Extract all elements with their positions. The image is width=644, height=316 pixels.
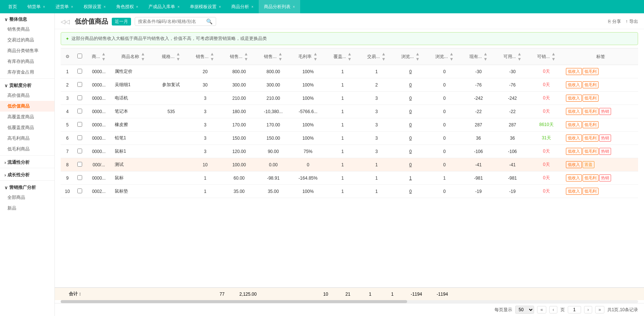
share-button[interactable]: ⎘ 分享 xyxy=(608,18,621,25)
time-filter-tag[interactable]: 近一月 xyxy=(112,18,131,26)
row-checkbox[interactable] xyxy=(77,95,82,100)
trade-column-header[interactable]: 交易...▲▼ xyxy=(359,48,393,65)
sidebar-group-growth[interactable]: › 成长性分析 xyxy=(0,169,54,180)
sales-qty-column-header[interactable]: 销售...▲▼ xyxy=(188,48,222,65)
sidebar-group-flow[interactable]: › 流通性分析 xyxy=(0,156,54,167)
row-trade: 3 xyxy=(359,132,393,145)
browse2-column-header[interactable]: 浏览...▲▼ xyxy=(427,48,462,65)
export-button[interactable]: ↑ 导出 xyxy=(625,18,638,25)
row-browse1[interactable]: 0 xyxy=(393,185,427,198)
row-checkbox-cell[interactable] xyxy=(74,118,85,132)
first-page-button[interactable]: « xyxy=(537,306,546,313)
row-checkbox-cell[interactable] xyxy=(74,158,85,171)
current-stock-column-header[interactable]: 现有...▲▼ xyxy=(462,48,496,65)
sidebar-item-low-coverage[interactable]: 低覆盖度商品 xyxy=(0,122,54,133)
sidebar-group-overall[interactable]: ∨ 整体信息 xyxy=(0,13,54,24)
row-browse1[interactable]: 0 xyxy=(393,145,427,158)
search-input[interactable] xyxy=(138,19,205,24)
row-available: -41 xyxy=(496,158,530,171)
row-browse1[interactable]: 0 xyxy=(393,92,427,105)
sidebar-item-all-products[interactable]: 全部商品 xyxy=(0,192,54,203)
row-browse1[interactable]: 1 xyxy=(393,171,427,185)
close-icon[interactable]: × xyxy=(104,5,106,9)
close-icon[interactable]: × xyxy=(71,5,73,9)
sidebar-group-contribution[interactable]: ∨ 贡献度分析 xyxy=(0,79,54,90)
row-checkbox[interactable] xyxy=(77,135,82,140)
row-checkbox[interactable] xyxy=(77,188,82,193)
row-checkbox-cell[interactable] xyxy=(74,185,85,198)
sidebar-item-inventory-funds[interactable]: 库存资金占用 xyxy=(0,67,54,78)
close-icon[interactable]: × xyxy=(177,5,180,9)
collapse-sidebar-icon[interactable]: ◁◁ xyxy=(61,18,70,25)
row-browse1[interactable]: 0 xyxy=(393,78,427,92)
sidebar-item-low-gross[interactable]: 低毛利商品 xyxy=(0,144,54,154)
row-checkbox-cell[interactable] xyxy=(74,145,85,158)
spec-column-header[interactable]: 规格...▲▼ xyxy=(154,48,188,65)
available-column-header[interactable]: 可用...▲▼ xyxy=(496,48,530,65)
sidebar-item-stocked-products[interactable]: 有库存的商品 xyxy=(0,56,54,67)
sidebar-item-high-gross[interactable]: 高毛利商品 xyxy=(0,133,54,144)
sidebar-item-high-value[interactable]: 高价值商品 xyxy=(0,90,54,101)
row-gross-rate: 100% xyxy=(291,65,326,78)
row-checkbox-cell[interactable] xyxy=(74,78,85,92)
settings-icon[interactable]: ⚙ xyxy=(66,54,70,59)
settings-column-header[interactable]: ⚙ xyxy=(61,48,74,65)
sales-price-column-header[interactable]: 销售...▲▼ xyxy=(222,48,256,65)
sidebar-item-low-value[interactable]: 低价值商品 xyxy=(0,101,54,112)
row-browse1[interactable]: 0 xyxy=(393,105,427,118)
nav-role-auth[interactable]: 角色授权 × xyxy=(111,0,144,13)
browse1-column-header[interactable]: 浏览...▲▼ xyxy=(393,48,427,65)
sidebar-item-traded-products[interactable]: 交易过的商品 xyxy=(0,35,54,45)
row-checkbox[interactable] xyxy=(77,109,82,113)
sidebar-item-sales-products[interactable]: 销售类商品 xyxy=(0,24,54,35)
row-checkbox-cell[interactable] xyxy=(74,65,85,78)
prev-page-button[interactable]: ‹ xyxy=(549,306,557,313)
row-checkbox-cell[interactable] xyxy=(74,132,85,145)
nav-permission-settings[interactable]: 权限设置 × xyxy=(78,0,111,13)
row-checkbox[interactable] xyxy=(77,162,82,167)
coverage-column-header[interactable]: 覆盖...▲▼ xyxy=(326,48,360,65)
row-browse1[interactable]: 0 xyxy=(393,158,427,171)
checkbox-column-header[interactable] xyxy=(74,48,85,65)
close-icon[interactable]: × xyxy=(43,5,45,9)
code-column-header[interactable]: 商...▲▼ xyxy=(85,48,113,65)
close-icon[interactable]: × xyxy=(293,5,295,9)
row-checkbox[interactable] xyxy=(77,69,82,74)
gross-rate-column-header[interactable]: 毛利率▲▼ xyxy=(291,48,326,65)
row-checkbox[interactable] xyxy=(77,82,82,87)
sidebar-item-category-sales[interactable]: 商品分类销售率 xyxy=(0,45,54,56)
nav-product-analysis-list[interactable]: 商品分析列表 × xyxy=(259,0,300,13)
nav-purchase-order[interactable]: 进货单 × xyxy=(50,0,78,13)
row-browse1[interactable]: 0 xyxy=(393,118,427,132)
close-icon[interactable]: × xyxy=(219,5,221,9)
close-icon[interactable]: × xyxy=(251,5,254,9)
saleable-column-header[interactable]: 可销...▲▼ xyxy=(529,48,563,65)
row-checkbox[interactable] xyxy=(77,175,82,180)
row-checkbox-cell[interactable] xyxy=(74,92,85,105)
page-number-input[interactable] xyxy=(568,306,581,313)
horizontal-scrollbar[interactable] xyxy=(61,300,638,303)
next-page-button[interactable]: › xyxy=(584,306,592,313)
nav-template-settings[interactable]: 单据模板设置 × xyxy=(185,0,226,13)
row-checkbox-cell[interactable] xyxy=(74,105,85,118)
select-all-checkbox[interactable] xyxy=(77,54,82,58)
last-page-button[interactable]: » xyxy=(595,306,604,313)
nav-product-analysis[interactable]: 商品分析 × xyxy=(226,0,259,13)
page-size-select[interactable]: 50 100 200 xyxy=(515,306,534,314)
nav-sales-order[interactable]: 销货单 × xyxy=(22,0,50,13)
sidebar-item-high-coverage[interactable]: 高覆盖度商品 xyxy=(0,112,54,122)
nav-product-warehouse[interactable]: 产成品入库单 × xyxy=(143,0,185,13)
row-checkbox[interactable] xyxy=(77,149,82,153)
nav-home[interactable]: 首页 xyxy=(3,0,22,13)
name-column-header[interactable]: 商品名称▲▼ xyxy=(113,48,154,65)
row-checkbox[interactable] xyxy=(77,122,82,127)
sidebar-item-new-products[interactable]: 新品 xyxy=(0,203,54,214)
row-coverage: 1 xyxy=(326,105,360,118)
row-browse1[interactable]: 0 xyxy=(393,65,427,78)
search-icon[interactable]: 🔍 xyxy=(206,18,212,24)
close-icon[interactable]: × xyxy=(136,5,138,9)
row-checkbox-cell[interactable] xyxy=(74,171,85,185)
sidebar-group-marketing[interactable]: ∨ 营销推广分析 xyxy=(0,181,54,192)
sales-amount-column-header[interactable]: 销售...▲▼ xyxy=(256,48,291,65)
row-browse1[interactable]: 0 xyxy=(393,132,427,145)
